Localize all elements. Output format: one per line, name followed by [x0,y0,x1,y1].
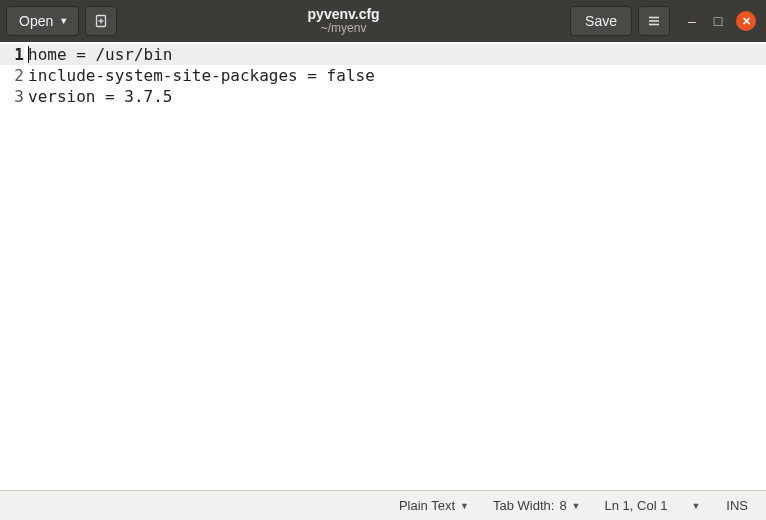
titlebar: Open ▼ pyvenv.cfg ~/myenv Save – □ ✕ [0,0,766,42]
close-button[interactable]: ✕ [736,11,756,31]
tabwidth-label: Tab Width: [493,498,554,513]
hamburger-menu-button[interactable] [638,6,670,36]
line-number: 1 [0,44,24,65]
statusbar: Plain Text ▼ Tab Width: 8 ▼ Ln 1, Col 1 … [0,490,766,520]
editor-line[interactable]: version = 3.7.5 [28,86,766,107]
window-controls: – □ ✕ [684,11,756,31]
editor-line[interactable]: home = /usr/bin [28,44,766,65]
chevron-down-icon: ▼ [460,501,469,511]
save-button[interactable]: Save [570,6,632,36]
text-content[interactable]: home = /usr/bininclude-system-site-packa… [28,44,766,490]
cursor-position-label: Ln 1, Col 1 [605,498,668,513]
minimize-button[interactable]: – [684,13,700,29]
cursor-position[interactable]: Ln 1, Col 1 [593,498,680,513]
open-button[interactable]: Open ▼ [6,6,79,36]
maximize-button[interactable]: □ [710,13,726,29]
open-button-label: Open [19,13,53,29]
line-number: 2 [0,65,24,86]
tabwidth-value: 8 [559,498,566,513]
syntax-selector[interactable]: Plain Text ▼ [387,498,481,513]
chevron-down-icon: ▼ [572,501,581,511]
insert-mode-indicator[interactable]: INS [712,498,756,513]
title-path: ~/myenv [117,22,570,36]
tabwidth-selector[interactable]: Tab Width: 8 ▼ [481,498,593,513]
hamburger-icon [646,13,662,29]
syntax-label: Plain Text [399,498,455,513]
save-button-label: Save [585,13,617,29]
new-document-icon [93,13,109,29]
minimize-icon: – [688,13,696,29]
line-number-gutter: 123 [0,44,28,490]
close-icon: ✕ [742,15,751,28]
chevron-down-icon: ▼ [691,501,700,511]
line-number: 3 [0,86,24,107]
insert-mode-label: INS [726,498,748,513]
text-cursor [28,46,29,63]
chevron-down-icon: ▼ [59,16,68,26]
position-menu[interactable]: ▼ [679,501,712,511]
new-tab-button[interactable] [85,6,117,36]
title-filename: pyvenv.cfg [117,6,570,22]
editor-area[interactable]: 123 home = /usr/bininclude-system-site-p… [0,42,766,490]
maximize-icon: □ [714,13,722,29]
window-title: pyvenv.cfg ~/myenv [117,6,570,36]
editor-line[interactable]: include-system-site-packages = false [28,65,766,86]
